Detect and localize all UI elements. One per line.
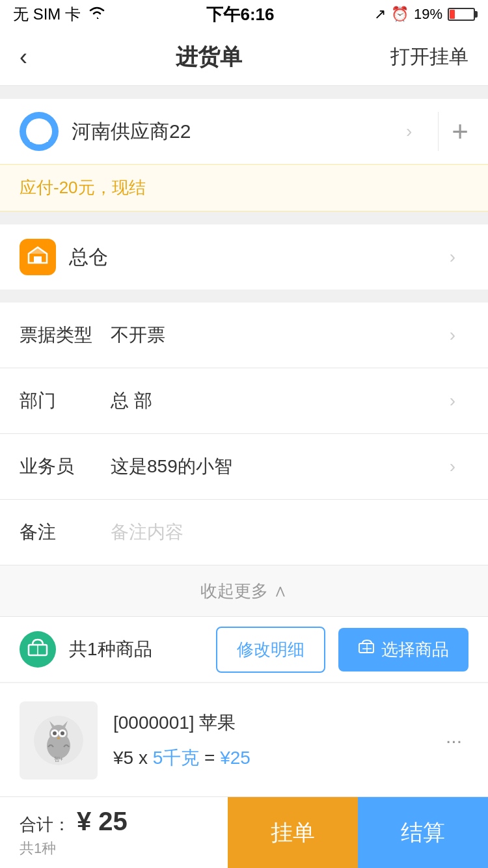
supplier-divider bbox=[438, 112, 439, 151]
edit-detail-button[interactable]: 修改明细 bbox=[216, 627, 325, 673]
invoice-type-value: 不开票 bbox=[111, 323, 450, 347]
product-icon-inner bbox=[27, 638, 48, 661]
bottom-bar: 合计： ¥ 25 共1种 挂单 结算 bbox=[0, 796, 488, 868]
select-product-label: 选择商品 bbox=[381, 638, 449, 661]
checkout-button-label: 结算 bbox=[401, 818, 445, 848]
product-more-button[interactable]: ··· bbox=[439, 723, 468, 758]
owl-logo-icon: 智+ bbox=[33, 714, 85, 766]
total-section: 合计： ¥ 25 共1种 bbox=[0, 807, 228, 858]
product-code: [0000001] bbox=[113, 712, 195, 733]
status-bar: 无 SIM 卡 下午6:16 ↗ ⏰ 19% bbox=[0, 0, 488, 29]
hang-button-label: 挂单 bbox=[271, 818, 315, 848]
salesperson-label: 业务员 bbox=[20, 454, 111, 479]
svg-rect-2 bbox=[34, 256, 42, 263]
select-product-button[interactable]: 选择商品 bbox=[338, 628, 468, 671]
battery-icon bbox=[448, 8, 475, 21]
department-value: 总 部 bbox=[111, 388, 450, 413]
divider-1 bbox=[0, 86, 488, 99]
supplier-row[interactable]: 河南供应商22 › + bbox=[0, 99, 488, 164]
invoice-type-chevron-icon: › bbox=[450, 325, 455, 346]
remark-label: 备注 bbox=[20, 520, 111, 545]
total-label-text: 合计： bbox=[20, 813, 70, 836]
wifi-icon bbox=[87, 5, 107, 23]
product-unit-price: ¥5 bbox=[113, 748, 133, 768]
warehouse-row[interactable]: 总仓 › bbox=[0, 224, 488, 290]
total-count: 共1种 bbox=[20, 839, 208, 858]
alarm-icon: ⏰ bbox=[391, 6, 409, 23]
alert-banner: 应付-20元，现结 bbox=[0, 164, 488, 211]
supplier-avatar-icon bbox=[26, 118, 52, 144]
product-price: ¥5 x 5千克 = ¥25 bbox=[113, 746, 439, 770]
product-thumbnail: 智+ bbox=[20, 701, 98, 780]
svg-point-16 bbox=[53, 731, 57, 735]
product-total: ¥25 bbox=[220, 748, 251, 768]
total-label: 合计： ¥ 25 bbox=[20, 807, 208, 836]
carrier-label: 无 SIM 卡 bbox=[13, 4, 81, 25]
add-supplier-button[interactable]: + bbox=[452, 115, 468, 148]
salesperson-value: 这是859的小智 bbox=[111, 454, 450, 479]
remark-placeholder: 备注内容 bbox=[111, 520, 468, 545]
product-equals: = bbox=[204, 748, 220, 768]
back-button[interactable]: ‹ bbox=[20, 44, 27, 71]
form-section: 票据类型 不开票 › 部门 总 部 › 业务员 这是859的小智 › 备注 备注… bbox=[0, 303, 488, 565]
product-info: [0000001] 苹果 ¥5 x 5千克 = ¥25 bbox=[113, 711, 439, 770]
svg-point-17 bbox=[61, 731, 64, 735]
salesperson-row[interactable]: 业务员 这是859的小智 › bbox=[0, 434, 488, 499]
status-right: ↗ ⏰ 19% bbox=[374, 6, 475, 23]
supplier-avatar bbox=[20, 112, 59, 151]
salesperson-chevron-icon: › bbox=[450, 456, 455, 477]
warehouse-chevron-icon: › bbox=[450, 247, 455, 267]
collapse-row[interactable]: 收起更多 ∧ bbox=[0, 565, 488, 617]
invoice-type-label: 票据类型 bbox=[20, 323, 111, 347]
collapse-label: 收起更多 ∧ bbox=[200, 580, 287, 603]
svg-point-0 bbox=[34, 123, 44, 133]
svg-marker-3 bbox=[29, 247, 47, 254]
battery-percent: 19% bbox=[414, 6, 442, 23]
page-title: 进货单 bbox=[176, 42, 242, 72]
product-title: 苹果 bbox=[199, 712, 236, 733]
warehouse-name: 总仓 bbox=[69, 244, 450, 271]
department-chevron-icon: › bbox=[450, 390, 455, 411]
hang-button[interactable]: 挂单 bbox=[228, 797, 358, 869]
remark-row[interactable]: 备注 备注内容 bbox=[0, 500, 488, 565]
invoice-type-row[interactable]: 票据类型 不开票 › bbox=[0, 303, 488, 368]
cart-icon bbox=[358, 640, 376, 660]
supplier-name: 河南供应商22 bbox=[72, 118, 406, 145]
nav-bar: ‹ 进货单 打开挂单 bbox=[0, 29, 488, 86]
product-multiply: x bbox=[139, 748, 153, 768]
divider-3 bbox=[0, 290, 488, 303]
department-row[interactable]: 部门 总 部 › bbox=[0, 368, 488, 433]
svg-text:智+: 智+ bbox=[54, 756, 63, 763]
product-quantity: 5千克 bbox=[153, 748, 200, 768]
divider-2 bbox=[0, 211, 488, 224]
warehouse-icon bbox=[20, 239, 56, 275]
product-header: 共1种商品 修改明细 选择商品 bbox=[0, 617, 488, 682]
location-icon: ↗ bbox=[374, 6, 386, 23]
product-icon bbox=[20, 631, 56, 668]
warehouse-icon-inner bbox=[27, 246, 48, 269]
checkout-button[interactable]: 结算 bbox=[358, 797, 488, 869]
supplier-chevron-icon: › bbox=[406, 121, 412, 142]
status-time: 下午6:16 bbox=[206, 3, 274, 26]
product-count-label: 共1种商品 bbox=[69, 637, 216, 662]
open-hang-button[interactable]: 打开挂单 bbox=[390, 44, 468, 70]
department-label: 部门 bbox=[20, 388, 111, 413]
product-name: [0000001] 苹果 bbox=[113, 711, 439, 735]
status-left: 无 SIM 卡 bbox=[13, 4, 107, 25]
svg-rect-6 bbox=[359, 644, 373, 653]
product-item: 智+ [0000001] 苹果 ¥5 x 5千克 = ¥25 ··· bbox=[0, 683, 488, 798]
total-amount: ¥ 25 bbox=[77, 807, 128, 836]
